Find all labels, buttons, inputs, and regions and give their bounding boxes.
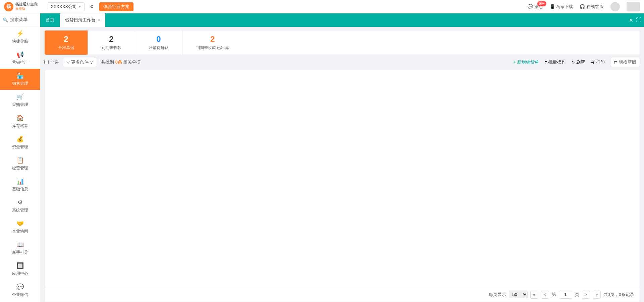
- last-page-button[interactable]: »: [593, 291, 601, 299]
- message-item[interactable]: 💬 消息 99+: [528, 4, 543, 10]
- sidebar-label-wechat: 企业微信: [12, 292, 28, 298]
- sidebar-label-apps: 应用中心: [12, 271, 28, 277]
- sidebar-item-sales[interactable]: 🏪 销售管理: [0, 69, 40, 90]
- page-size-label: 每页显示: [489, 292, 506, 298]
- stat-overdue-label: 到期未收款: [101, 45, 121, 51]
- logo-badge: 标准版: [15, 6, 38, 11]
- app-download-item[interactable]: 📱 App下载: [550, 4, 573, 10]
- sidebar-item-guide[interactable]: 📖 新手引导: [0, 238, 40, 259]
- stat-all-label: 全部单据: [58, 45, 74, 51]
- tab-expand-icon[interactable]: ⛶: [636, 17, 641, 23]
- sidebar-item-apps[interactable]: 🔲 应用中心: [0, 259, 40, 280]
- sidebar-label-marketing: 营销推广: [12, 60, 28, 65]
- sidebar-label-enterprise: 企业协同: [12, 229, 28, 234]
- content-area: 首页 钱货日清工作台 × ✕ ⛶ 2 全部单据 2 到期未收款: [40, 13, 644, 302]
- select-all-input[interactable]: [44, 60, 49, 64]
- stat-wangpu[interactable]: 0 旺铺待确认: [135, 31, 182, 55]
- sidebar-label-sales: 销售管理: [12, 81, 28, 86]
- message-icon: 💬: [528, 4, 533, 9]
- print-label: 打印: [596, 59, 605, 65]
- stat-all-number: 2: [64, 35, 68, 44]
- first-page-button[interactable]: «: [530, 291, 538, 299]
- pagination-bar: 每页显示 50 100 200 « < 第 页 > » 共0页，0条记录: [44, 287, 640, 302]
- online-service-item[interactable]: 🎧 在线客服: [580, 4, 604, 10]
- filter-bar-right: + 新增销货单 ≡ 批量操作 ↻ 刷新 🖨 打印: [514, 58, 640, 67]
- page-size-select[interactable]: 50 100 200: [509, 291, 528, 298]
- sidebar-search[interactable]: 🔍 搜索菜单: [0, 13, 40, 26]
- sidebar-item-marketing[interactable]: 📢 营销推广: [0, 48, 40, 69]
- print-button[interactable]: 🖨 打印: [590, 59, 605, 65]
- switch-new-version-button[interactable]: ⇄ 切换新版: [610, 58, 640, 67]
- tab-close-icon[interactable]: ×: [98, 18, 100, 22]
- user-name-area[interactable]: [627, 2, 640, 11]
- stat-all[interactable]: 2 全部单据: [45, 31, 88, 55]
- sidebar-label-guide: 新手引导: [12, 250, 28, 255]
- lightning-icon: ⚡: [16, 30, 24, 37]
- inner-page: 2 全部单据 2 到期未收款 0 旺铺待确认 2 到期未收款 已出库: [40, 27, 644, 302]
- print-icon: 🖨: [590, 60, 595, 65]
- enterprise-icon: 🤝: [16, 220, 24, 227]
- plus-icon: +: [514, 60, 516, 65]
- purchase-icon: 🛒: [16, 93, 24, 101]
- sales-icon: 🏪: [16, 72, 24, 79]
- tab-workbench-label: 钱货日清工作台: [65, 17, 96, 23]
- tab-workbench[interactable]: 钱货日清工作台 ×: [60, 13, 105, 27]
- switch-label: 切换新版: [619, 59, 636, 65]
- guide-icon: 📖: [16, 241, 24, 248]
- sidebar-label-operations: 经营管理: [12, 165, 28, 171]
- apps-icon: 🔲: [16, 262, 24, 269]
- refresh-button[interactable]: ↻ 刷新: [571, 59, 585, 65]
- table-area: [44, 70, 640, 287]
- company-selector[interactable]: XXXXXX公司 ▼: [48, 2, 85, 11]
- sidebar-label-quick-nav: 快捷导航: [12, 39, 28, 44]
- sidebar-item-funds[interactable]: 💰 资金管理: [0, 132, 40, 153]
- operations-icon: 📋: [16, 157, 24, 164]
- stat-wangpu-number: 0: [156, 35, 161, 44]
- avatar[interactable]: [610, 2, 620, 11]
- service-icon: 🎧: [580, 4, 585, 9]
- search-menu-label: 搜索菜单: [10, 17, 28, 23]
- sidebar-label-basic-info: 基础信息: [12, 186, 28, 192]
- sidebar-item-wechat[interactable]: 💬 企业微信: [0, 280, 40, 301]
- stat-overdue[interactable]: 2 到期未收款: [88, 31, 135, 55]
- chevron-down-icon: ∨: [90, 60, 93, 65]
- sidebar-item-enterprise[interactable]: 🤝 企业协同: [0, 217, 40, 238]
- sidebar-item-quick-nav[interactable]: ⚡ 快捷导航: [0, 26, 40, 48]
- tab-bar: 首页 钱货日清工作台 × ✕ ⛶: [40, 13, 644, 27]
- select-all-checkbox[interactable]: 全选: [44, 59, 59, 65]
- tab-minimize-icon[interactable]: ✕: [629, 17, 633, 23]
- funds-icon: 💰: [16, 135, 24, 143]
- experience-button[interactable]: 体验行业方案: [99, 2, 133, 11]
- stat-shipped[interactable]: 2 到期未收款 已出库: [182, 31, 243, 55]
- header-right: 💬 消息 99+ 📱 App下载 🎧 在线客服: [528, 2, 640, 11]
- sidebar-item-basic-info[interactable]: 📊 基础信息: [0, 174, 40, 195]
- marketing-icon: 📢: [16, 51, 24, 58]
- refresh-label: 刷新: [576, 59, 585, 65]
- sidebar-item-inventory[interactable]: 🏠 库存核算: [0, 111, 40, 132]
- sidebar-label-system: 系统管理: [12, 207, 28, 213]
- sidebar-item-purchase[interactable]: 🛒 采购管理: [0, 90, 40, 111]
- sidebar: 🔍 搜索菜单 ⚡ 快捷导航 📢 营销推广 🏪 销售管理 🛒 采购管理 🏠 库存核…: [0, 13, 40, 302]
- sidebar-item-system[interactable]: ⚙ 系统管理: [0, 195, 40, 217]
- settings-icon[interactable]: ⚙: [87, 2, 97, 11]
- tab-home[interactable]: 首页: [40, 13, 60, 27]
- batch-icon: ≡: [544, 60, 547, 65]
- basic-info-icon: 📊: [16, 178, 24, 185]
- total-records: 共0页，0条记录: [603, 292, 634, 298]
- batch-operation-button[interactable]: ≡ 批量操作: [544, 59, 566, 65]
- page-label: 第: [552, 292, 556, 298]
- prev-page-button[interactable]: <: [541, 291, 549, 299]
- new-sales-button[interactable]: + 新增销货单: [514, 59, 539, 65]
- sidebar-label-inventory: 库存核算: [12, 123, 28, 129]
- refresh-icon: ↻: [571, 60, 575, 65]
- logo-area: 畅 畅捷通好生意 标准版: [4, 2, 44, 11]
- more-filter-button[interactable]: ▽ 更多条件 ∨: [63, 58, 97, 67]
- next-page-button[interactable]: >: [582, 291, 590, 299]
- online-service-label: 在线客服: [586, 4, 604, 10]
- tab-bar-right: ✕ ⛶: [629, 17, 644, 23]
- top-header: 畅 畅捷通好生意 标准版 XXXXXX公司 ▼ ⚙ 体验行业方案 💬 消息 99…: [0, 0, 644, 13]
- system-icon: ⚙: [17, 199, 23, 206]
- page-input[interactable]: [559, 291, 572, 299]
- sidebar-item-operations[interactable]: 📋 经营管理: [0, 153, 40, 174]
- stat-wangpu-label: 旺铺待确认: [149, 45, 169, 51]
